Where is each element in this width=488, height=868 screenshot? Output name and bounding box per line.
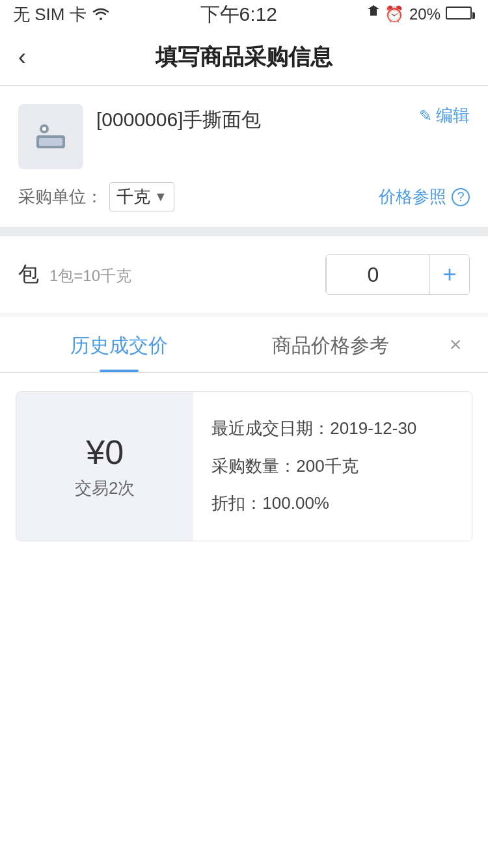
product-name: [0000006]手撕面包	[96, 104, 261, 133]
history-discount-row: 折扣：100.00%	[211, 490, 454, 517]
currency-symbol: ¥	[86, 433, 105, 471]
quantity-row: 包 1包=10千克 +	[0, 236, 488, 313]
history-date-row: 最近成交日期：2019-12-30	[211, 415, 454, 442]
quantity-plus-button[interactable]: +	[430, 255, 469, 294]
section-divider	[0, 227, 488, 236]
qty-value: 200千克	[296, 456, 358, 476]
history-qty-row: 采购数量：200千克	[211, 453, 454, 480]
price-number: 0	[105, 433, 124, 471]
tab-history-price[interactable]: 历史成交价	[13, 317, 224, 372]
history-card: ¥0 交易2次 最近成交日期：2019-12-30 采购数量：200千克 折扣：…	[16, 391, 472, 541]
price-ref-icon: ?	[452, 188, 470, 206]
alarm-icon: ⏰	[385, 5, 404, 23]
location-icon	[368, 5, 379, 23]
price-reference-button[interactable]: 价格参照 ?	[379, 185, 470, 208]
panel-content: ¥0 交易2次 最近成交日期：2019-12-30 采购数量：200千克 折扣：…	[0, 373, 488, 560]
product-thumbnail	[31, 115, 70, 159]
quantity-equiv: 1包=10千克	[49, 265, 131, 286]
discount-value: 100.00%	[262, 493, 329, 513]
status-right: ⏰ 20%	[368, 5, 475, 23]
tab-price-reference[interactable]: 商品价格参考	[224, 317, 436, 372]
status-time: 下午6:12	[200, 1, 277, 28]
status-left: 无 SIM 卡	[13, 3, 110, 26]
product-image	[18, 104, 83, 169]
edit-icon: ✎	[419, 107, 432, 125]
edit-button[interactable]: ✎ 编辑	[419, 104, 470, 127]
history-trade-count: 交易2次	[75, 477, 135, 500]
history-price-value: ¥0	[86, 433, 124, 472]
svg-rect-3	[39, 138, 62, 146]
product-info: [0000006]手撕面包	[18, 104, 261, 169]
quantity-input-group: +	[325, 254, 470, 295]
price-ref-label: 价格参照	[379, 185, 446, 208]
unit-select-dropdown[interactable]: 千克 ▼	[109, 182, 174, 211]
panel-container: 历史成交价 商品价格参考 × ¥0 交易2次 最近成交日期：2019-12-30…	[0, 317, 488, 560]
product-card: [0000006]手撕面包 ✎ 编辑 采购单位： 千克 ▼ 价格参照 ?	[0, 86, 488, 227]
date-value: 2019-12-30	[330, 418, 416, 438]
quantity-unit: 包	[18, 260, 39, 289]
svg-point-1	[42, 127, 46, 131]
battery-percent: 20%	[409, 5, 441, 23]
unit-select-value: 千克	[116, 185, 150, 208]
panel-close-button[interactable]: ×	[436, 325, 475, 364]
date-label: 最近成交日期：	[211, 418, 330, 438]
edit-label: 编辑	[436, 104, 470, 127]
wifi-icon	[92, 5, 110, 25]
product-top-row: [0000006]手撕面包 ✎ 编辑	[18, 104, 470, 169]
sim-text: 无 SIM 卡	[13, 3, 87, 26]
history-price-section: ¥0 交易2次	[16, 392, 193, 541]
unit-dropdown-arrow: ▼	[154, 189, 167, 204]
page-title: 填写商品采购信息	[156, 42, 332, 72]
back-button[interactable]: ‹	[18, 44, 26, 71]
discount-label: 折扣：	[211, 493, 262, 513]
panel-tabs: 历史成交价 商品价格参考 ×	[0, 317, 488, 373]
status-bar: 无 SIM 卡 下午6:12 ⏰ 20%	[0, 0, 488, 29]
qty-label: 采购数量：	[211, 456, 296, 476]
unit-label: 采购单位：	[18, 185, 103, 208]
product-unit-row: 采购单位： 千克 ▼ 价格参照 ?	[18, 182, 470, 211]
page-header: ‹ 填写商品采购信息	[0, 29, 488, 86]
battery-icon	[446, 5, 475, 23]
history-detail-section: 最近成交日期：2019-12-30 采购数量：200千克 折扣：100.00%	[193, 392, 472, 541]
quantity-input[interactable]	[326, 255, 430, 294]
bottom-area	[0, 560, 488, 868]
quantity-label-group: 包 1包=10千克	[18, 260, 131, 289]
